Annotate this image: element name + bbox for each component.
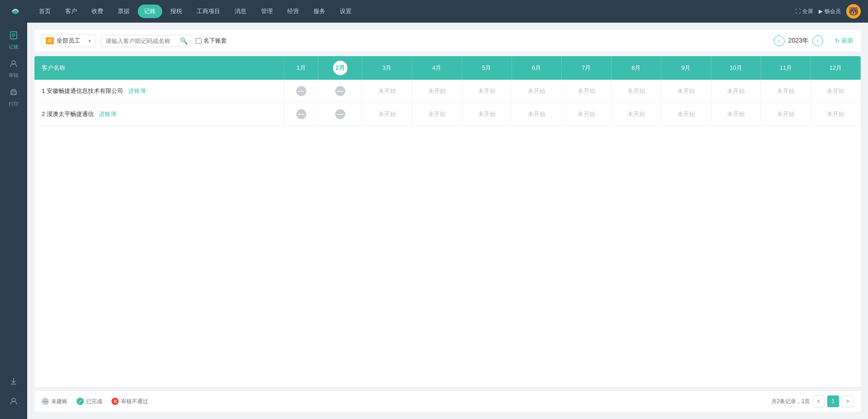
col-header-m3: 3月	[362, 56, 412, 80]
sidebar-label-bookkeeping: 记账	[9, 43, 19, 50]
customer-index: 1	[42, 87, 47, 94]
customer-name: 漠澳太平畅捷通信	[47, 111, 94, 117]
month-cell-8: 未开始	[611, 80, 661, 103]
status-not-created-icon: —	[335, 86, 345, 96]
refresh-icon: ↻	[835, 38, 840, 44]
col-header-m2: 2月	[318, 56, 362, 80]
sidebar-item-download[interactable]	[2, 373, 25, 391]
status-not-started-label: 未开始	[827, 87, 844, 94]
fullscreen-label: 全屏	[802, 8, 813, 15]
legend-icon-teal: ✓	[77, 398, 84, 405]
nav-operations[interactable]: 经营	[281, 5, 305, 18]
month-cell-12: 未开始	[810, 80, 860, 103]
pagination-summary: 共2条记录，1页	[772, 398, 810, 405]
checkbox-label[interactable]: 名下账套	[196, 37, 227, 45]
nav-tax[interactable]: 报税	[164, 5, 188, 18]
legend-rejected: ✕ 审核不通过	[111, 398, 148, 405]
page-1-button[interactable]: 1	[827, 395, 839, 407]
refresh-button[interactable]: ↻ 刷新	[835, 37, 854, 45]
col-header-m9: 9月	[661, 56, 711, 80]
print-icon	[9, 88, 18, 99]
sidebar-label-audit: 审核	[9, 72, 19, 79]
toolbar: 全 全部员工 ▼ 🔍 名下账套 ‹ 2023年 › ↻ 刷新	[34, 30, 861, 52]
vip-label: 畅会员	[825, 8, 841, 15]
legend-completed: ✓ 已完成	[77, 398, 102, 405]
fullscreen-icon: ⛶	[795, 8, 800, 14]
nav-home[interactable]: 首页	[33, 5, 57, 18]
nav-bookkeeping[interactable]: 记账	[138, 5, 162, 18]
top-nav: 首页 客户 收费 票据 记账 报税 工商项目 消息 管理 经营 服务 设置 ⛶ …	[0, 0, 868, 23]
search-wrap: 🔍	[101, 35, 191, 47]
sidebar: 记账 审核 打印	[0, 23, 27, 419]
col-header-m1: 1月	[284, 56, 318, 80]
status-not-started-label: 未开始	[428, 111, 446, 117]
legend-icon-gray: —	[42, 398, 49, 405]
legend-icon-red: ✕	[111, 398, 119, 405]
nav-customer[interactable]: 客户	[59, 5, 83, 18]
month-cell-10: 未开始	[711, 80, 761, 103]
subordinate-checkbox[interactable]	[196, 38, 202, 44]
vip-button[interactable]: ▶ 畅会员	[819, 8, 841, 15]
nav-manage[interactable]: 管理	[255, 5, 279, 18]
nav-business[interactable]: 工商项目	[190, 5, 227, 18]
main-table: 客户名称 1月 2月 3月 4月 5月 6月 7月 8月 9月	[34, 56, 861, 126]
nav-charge[interactable]: 收费	[85, 5, 110, 18]
content-area: 全 全部员工 ▼ 🔍 名下账套 ‹ 2023年 › ↻ 刷新	[27, 23, 868, 419]
avatar[interactable]: 🐻	[846, 4, 861, 19]
prev-year-button[interactable]: ‹	[774, 35, 785, 46]
month-cell-11: 未开始	[761, 103, 810, 126]
search-input[interactable]	[101, 35, 191, 47]
sidebar-item-bookkeeping[interactable]: 记账	[2, 27, 25, 54]
month-cell-2: —	[318, 80, 362, 103]
status-not-created-icon: —	[296, 86, 306, 96]
col-header-m12: 12月	[810, 56, 860, 80]
month-cell-6: 未开始	[511, 103, 561, 126]
col-header-m10: 10月	[711, 56, 761, 80]
nav-service[interactable]: 服务	[307, 5, 332, 18]
search-icon[interactable]: 🔍	[180, 37, 188, 44]
customer-cell: 1 安徽畅捷通信息技术有限公司 进账簿	[34, 80, 284, 103]
table-row: 1 安徽畅捷通信息技术有限公司 进账簿——未开始未开始未开始未开始未开始未开始未…	[34, 80, 861, 103]
fullscreen-button[interactable]: ⛶ 全屏	[795, 8, 813, 15]
chevron-down-icon: ▼	[87, 39, 92, 43]
sidebar-item-print[interactable]: 打印	[2, 84, 25, 111]
status-not-started-label: 未开始	[478, 87, 496, 94]
legend-label-rejected: 审核不通过	[121, 398, 148, 405]
nav-items: 首页 客户 收费 票据 记账 报税 工商项目 消息 管理 经营 服务 设置	[33, 5, 795, 18]
month-cell-1: —	[284, 103, 318, 126]
customer-name: 安徽畅捷通信息技术有限公司	[47, 87, 123, 94]
month-cell-10: 未开始	[711, 103, 761, 126]
nav-right: ⛶ 全屏 ▶ 畅会员 🐻	[795, 4, 861, 19]
month-cell-11: 未开始	[761, 80, 810, 103]
user-icon	[9, 397, 18, 408]
enter-ledger-link[interactable]: 进账簿	[99, 111, 116, 117]
status-not-started-label: 未开始	[627, 87, 645, 94]
next-page-button[interactable]: >	[842, 395, 854, 407]
pagination: 共2条记录，1页 < 1 >	[772, 395, 854, 407]
sidebar-item-audit[interactable]: 审核	[2, 56, 25, 82]
refresh-label: 刷新	[842, 37, 854, 45]
month-label-1: 1月	[296, 64, 305, 71]
nav-message[interactable]: 消息	[228, 5, 253, 18]
month-cell-7: 未开始	[561, 80, 611, 103]
table-container: 客户名称 1月 2月 3月 4月 5月 6月 7月 8月 9月	[34, 56, 861, 387]
sidebar-item-user[interactable]	[2, 393, 25, 412]
month-cell-7: 未开始	[561, 103, 611, 126]
month-cell-9: 未开始	[661, 80, 711, 103]
enter-ledger-link[interactable]: 进账簿	[128, 87, 146, 94]
month-cell-5: 未开始	[462, 80, 511, 103]
month-cell-1: —	[284, 80, 318, 103]
legend-not-created: — 未建账	[42, 398, 68, 405]
status-not-created-icon: —	[335, 109, 345, 119]
month-cell-5: 未开始	[462, 103, 511, 126]
table-row: 2 漠澳太平畅捷通信 进账簿——未开始未开始未开始未开始未开始未开始未开始未开始…	[34, 103, 861, 126]
employee-select[interactable]: 全 全部员工 ▼	[42, 34, 96, 47]
month-cell-6: 未开始	[511, 80, 561, 103]
prev-page-button[interactable]: <	[813, 395, 825, 407]
nav-settings[interactable]: 设置	[333, 5, 358, 18]
year-display: 2023年	[788, 37, 809, 45]
nav-bills[interactable]: 票据	[111, 5, 136, 18]
footer: — 未建账 ✓ 已完成 ✕ 审核不通过 共2条记录，1页 < 1 >	[34, 390, 861, 412]
customer-cell: 2 漠澳太平畅捷通信 进账簿	[34, 103, 284, 126]
next-year-button[interactable]: ›	[812, 35, 823, 46]
